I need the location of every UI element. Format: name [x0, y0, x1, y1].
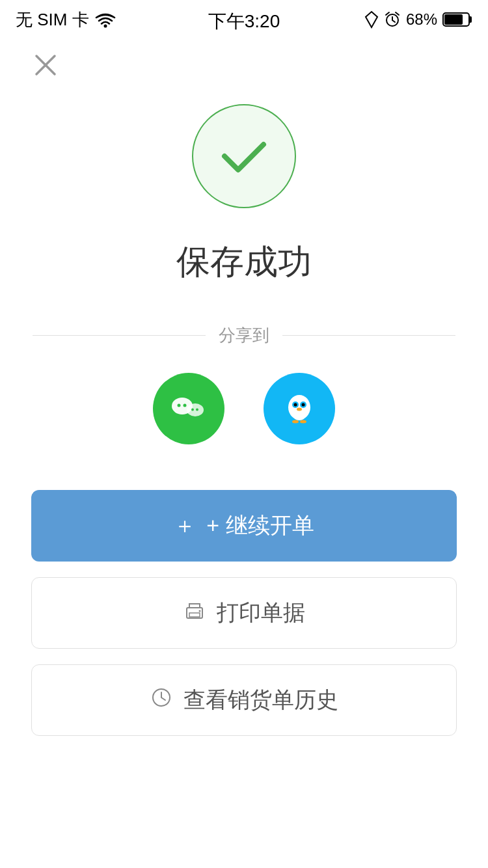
success-title: 保存成功 [176, 239, 312, 285]
svg-point-11 [191, 409, 194, 411]
print-label: 打印单据 [217, 598, 305, 628]
alarm-icon [384, 11, 401, 28]
close-button[interactable] [26, 46, 65, 85]
history-icon [150, 686, 173, 714]
status-bar: 无 SIM 卡 下午3:20 68% [0, 0, 488, 39]
share-divider: 分享到 [0, 324, 488, 347]
print-icon [183, 599, 206, 627]
svg-rect-23 [189, 613, 200, 617]
history-label: 查看销货单历史 [183, 685, 338, 715]
main-content: 保存成功 分享到 [0, 39, 488, 736]
battery-label: 68% [406, 10, 437, 29]
svg-point-12 [196, 409, 198, 411]
svg-point-20 [292, 420, 299, 424]
battery-icon [442, 12, 472, 27]
no-sim-label: 无 SIM 卡 [16, 8, 89, 31]
continue-order-label: + 继续开单 [206, 511, 314, 541]
action-buttons: ＋ + 继续开单 打印单据 查看销货单历史 [0, 490, 488, 736]
wifi-icon [94, 11, 116, 28]
svg-point-18 [302, 403, 305, 407]
svg-point-0 [103, 25, 107, 28]
svg-point-14 [293, 410, 306, 420]
print-button[interactable]: 打印单据 [31, 577, 457, 649]
share-divider-text: 分享到 [206, 324, 282, 347]
svg-point-21 [300, 420, 306, 424]
svg-point-17 [294, 403, 297, 407]
svg-point-8 [187, 403, 204, 416]
plus-icon: ＋ [174, 511, 196, 541]
status-time: 下午3:20 [208, 9, 280, 34]
status-right: 68% [364, 10, 472, 29]
divider-line-left [33, 335, 206, 336]
svg-rect-4 [444, 14, 463, 25]
svg-point-10 [183, 404, 187, 407]
location-icon [364, 10, 379, 29]
success-icon-circle [192, 104, 296, 208]
status-left: 无 SIM 卡 [16, 8, 116, 31]
share-icons-container [153, 373, 335, 444]
wechat-share-button[interactable] [153, 373, 224, 444]
svg-point-24 [199, 610, 201, 612]
continue-order-button[interactable]: ＋ + 继续开单 [31, 490, 457, 562]
svg-point-9 [178, 404, 181, 407]
history-button[interactable]: 查看销货单历史 [31, 664, 457, 736]
svg-rect-3 [469, 16, 472, 23]
svg-point-19 [297, 408, 302, 411]
qq-share-button[interactable] [264, 373, 335, 444]
divider-line-right [282, 335, 455, 336]
